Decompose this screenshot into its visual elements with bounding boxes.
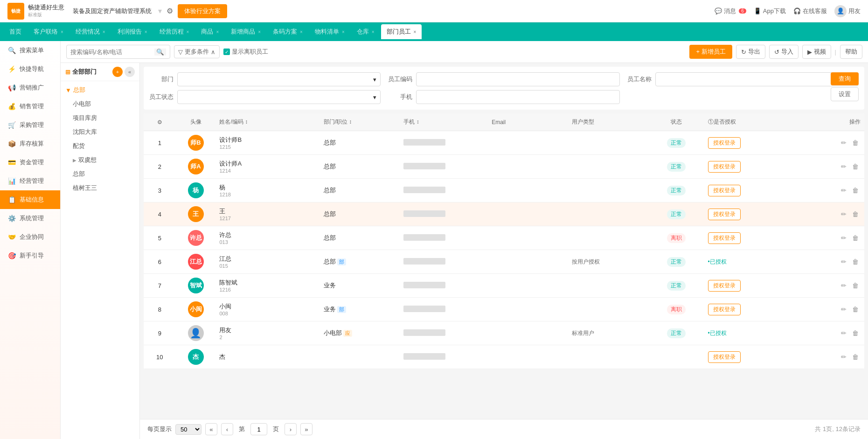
dept-node-zongbu[interactable]: 总部 (68, 167, 139, 181)
authorize-button[interactable]: 授权登录 (708, 185, 741, 196)
help-button[interactable]: 帮助 (840, 45, 862, 59)
video-button[interactable]: ▶ 视频 (802, 45, 831, 59)
app-download-action[interactable]: 📱 App下载 (754, 7, 786, 15)
tab-barcode[interactable]: 条码方案 × (267, 24, 308, 39)
delete-button[interactable]: 🗑 (850, 305, 861, 314)
last-page-button[interactable]: » (300, 423, 312, 435)
experience-button[interactable]: 体验行业方案 (178, 4, 227, 18)
search-button[interactable]: 🔍 (154, 49, 166, 56)
dept-node-small-elec[interactable]: 小电部 (68, 97, 139, 111)
sidebar-item-guide[interactable]: 🎯 新手引导 (0, 246, 60, 265)
tab-history[interactable]: 经营历程 × (154, 24, 195, 39)
sidebar-item-system[interactable]: ⚙️ 系统管理 (0, 209, 60, 228)
edit-button[interactable]: ✏ (839, 162, 848, 171)
dept-filter-select[interactable]: ▾ (177, 72, 381, 86)
settings-icon[interactable]: ⚙ (167, 7, 173, 15)
delete-button[interactable]: 🗑 (850, 328, 861, 338)
close-icon[interactable]: × (258, 29, 261, 35)
delete-button[interactable]: 🗑 (850, 138, 861, 147)
delete-button[interactable]: 🗑 (850, 186, 861, 195)
dept-node-zhishu[interactable]: 植树王三 (68, 181, 139, 195)
import-button[interactable]: ↺ 导入 (769, 45, 799, 59)
user-action[interactable]: 👤 用友 (834, 5, 861, 17)
search-filter-button[interactable]: 查询 (831, 72, 859, 85)
th-phone[interactable]: 手机 ↕ (400, 113, 488, 131)
delete-button[interactable]: 🗑 (850, 281, 861, 290)
edit-button[interactable]: ✏ (839, 305, 848, 314)
status-filter-select[interactable]: ▾ (177, 90, 381, 104)
tab-goods[interactable]: 商品 × (195, 24, 224, 39)
edit-button[interactable]: ✏ (839, 233, 848, 243)
delete-button[interactable]: 🗑 (850, 257, 861, 266)
sidebar-item-shortcuts[interactable]: ⚡ 快捷导航 (0, 60, 60, 78)
authorize-button[interactable]: 授权登录 (708, 304, 741, 315)
close-icon[interactable]: × (187, 29, 189, 35)
edit-button[interactable]: ✏ (839, 257, 848, 266)
close-icon[interactable]: × (414, 29, 417, 35)
export-button[interactable]: ↻ 导出 (736, 45, 765, 59)
close-icon[interactable]: × (103, 29, 105, 35)
dept-node-shuangyuxiang[interactable]: ▶ 双虞想 (68, 153, 139, 167)
show-resigned-toggle[interactable]: ✓ 显示离职员工 (223, 48, 268, 56)
edit-button[interactable]: ✏ (839, 352, 848, 362)
tab-home[interactable]: 首页 (4, 24, 27, 39)
authorize-button[interactable]: 授权登录 (708, 161, 741, 173)
sidebar-item-purchase[interactable]: 🛒 采购管理 (0, 116, 60, 134)
authorize-button[interactable]: 授权登录 (708, 351, 741, 363)
message-action[interactable]: 💬 消息 6 (715, 7, 746, 15)
th-dept[interactable]: 部门/职位 ↕ (320, 113, 400, 131)
authorize-button[interactable]: 授权登录 (708, 280, 741, 292)
tab-department[interactable]: 部门员工 × (381, 24, 422, 39)
close-icon[interactable]: × (300, 29, 303, 35)
add-dept-button[interactable]: + (112, 67, 123, 77)
search-input[interactable] (70, 49, 154, 56)
sidebar-item-marketing[interactable]: 📢 营销推广 (0, 78, 60, 97)
employee-code-input[interactable] (416, 72, 619, 86)
tab-warehouse[interactable]: 仓库 × (351, 24, 380, 39)
tab-bom[interactable]: 物料清单 × (309, 24, 350, 39)
dept-node-project[interactable]: 项目库房 (68, 111, 139, 125)
page-number-input[interactable] (250, 423, 267, 435)
sidebar-item-inventory[interactable]: 📦 库存核算 (0, 134, 60, 153)
online-service-action[interactable]: 🎧 在线客服 (793, 7, 827, 15)
edit-button[interactable]: ✏ (839, 281, 848, 290)
delete-button[interactable]: 🗑 (850, 209, 861, 219)
collapse-dept-button[interactable]: « (125, 67, 135, 77)
delete-button[interactable]: 🗑 (850, 352, 861, 362)
set-filter-button[interactable]: 设置 (831, 87, 859, 101)
sidebar-item-search[interactable]: 🔍 搜索菜单 (0, 41, 60, 60)
th-name[interactable]: 姓名/编码 ↕ (215, 113, 319, 131)
authorize-button[interactable]: 授权登录 (708, 137, 741, 149)
sidebar-item-business[interactable]: 📊 经营管理 (0, 172, 60, 190)
phone-filter-input[interactable] (416, 90, 619, 104)
tab-add-goods[interactable]: 新增商品 × (225, 24, 266, 39)
more-filter-button[interactable]: ▽ 更多条件 ∧ (174, 45, 220, 58)
prev-page-button[interactable]: ‹ (221, 423, 233, 435)
close-icon[interactable]: × (372, 29, 375, 35)
tab-operation[interactable]: 经营情况 × (70, 24, 111, 39)
close-icon[interactable]: × (216, 29, 219, 35)
edit-button[interactable]: ✏ (839, 138, 848, 147)
tab-customer[interactable]: 客户联络 × (28, 24, 69, 39)
dept-node-root[interactable]: ▼ 总部 (61, 83, 139, 97)
edit-button[interactable]: ✏ (839, 328, 848, 338)
add-employee-button[interactable]: + 新增员工 (689, 45, 732, 59)
next-page-button[interactable]: › (285, 423, 297, 435)
authorize-button[interactable]: 授权登录 (708, 232, 741, 244)
tab-profit[interactable]: 利润报告 × (112, 24, 153, 39)
first-page-button[interactable]: « (205, 423, 217, 435)
sidebar-item-sales[interactable]: 💰 销售管理 (0, 97, 60, 116)
close-icon[interactable]: × (342, 29, 345, 35)
dropdown-arrow-icon[interactable]: ▾ (158, 7, 162, 15)
dept-node-shenyang[interactable]: 沈阳大库 (68, 125, 139, 139)
edit-button[interactable]: ✏ (839, 209, 848, 219)
close-icon[interactable]: × (61, 29, 63, 35)
employee-name-input[interactable] (655, 72, 859, 86)
delete-button[interactable]: 🗑 (850, 162, 861, 171)
sidebar-item-finance[interactable]: 💳 资金管理 (0, 153, 60, 172)
close-icon[interactable]: × (145, 29, 147, 35)
delete-button[interactable]: 🗑 (850, 233, 861, 243)
page-size-select[interactable]: 50 100 200 (175, 424, 201, 435)
sidebar-item-cooperation[interactable]: 🤝 企业协同 (0, 228, 60, 246)
th-settings[interactable]: ⚙ (144, 113, 176, 131)
